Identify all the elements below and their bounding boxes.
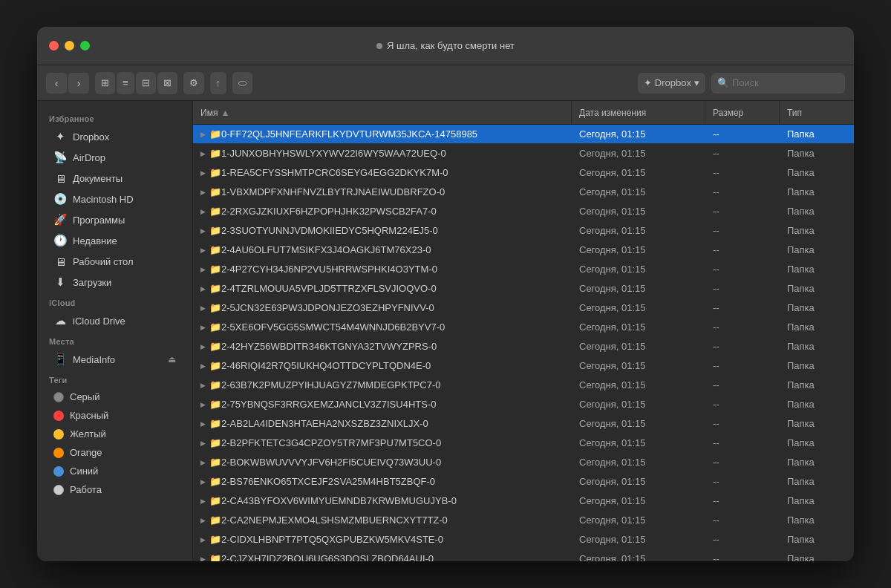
file-row[interactable]: ▶ 📁 2-BOKWBWUVVVYJFV6H2FI5CUEIVQ73W3UU-0… [193,453,854,472]
file-name: 2-4P27CYH34J6NP2VU5HRRWSPHKI4O3YTM-0 [221,264,437,275]
sidebar-item-macintosh[interactable]: 💿 Macintosh HD [42,189,188,209]
file-size: -- [713,457,719,468]
file-type: Папка [787,437,815,448]
file-row[interactable]: ▶ 📁 2-42HYZ56WBDITR346KTGNYA32TVWYZPRS-0… [193,337,854,356]
file-date: Сегодня, 01:15 [579,457,646,468]
fullscreen-button[interactable] [80,41,90,50]
col-header-name[interactable]: Имя ▲ [193,101,572,124]
view-gallery-button[interactable]: ⊠ [157,72,177,94]
file-row[interactable]: ▶ 📁 2-CJZXH7IDZ2BOU6UG6S3DQSLZBQD64AUI-0… [193,549,854,561]
share-button[interactable]: ↑ [210,72,227,94]
dropbox-toolbar-button[interactable]: ✦ Dropbox ▾ [638,73,705,94]
finder-window: Я шла, как будто смерти нет ‹ › ⊞ ≡ ⊟ ⊠ … [37,27,854,561]
sidebar-item-airdrop[interactable]: 📡 AirDrop [42,147,188,168]
tags-section-title: Теги [37,370,192,388]
file-row[interactable]: ▶ 📁 2-CIDXLHBNPT7PTQ5QXGPUBZKW5MKV4STE-0… [193,530,854,549]
view-columns-button[interactable]: ⊟ [136,72,156,94]
file-type: Папка [787,418,815,429]
file-row[interactable]: ▶ 📁 2-5XE6OFV5GG5SMWCT54M4WNNJD6B2BYV7-0… [193,318,854,337]
tag-blue-label: Синий [70,466,98,477]
expand-arrow-icon: ▶ [200,131,208,138]
action-button[interactable]: ⚙ [183,72,204,94]
expand-arrow-icon: ▶ [200,189,208,196]
nav-buttons: ‹ › [46,73,89,94]
eject-icon[interactable]: ⏏ [168,354,176,365]
file-row[interactable]: ▶ 📁 2-CA2NEPMJEXMO4LSHSMZMBUERNCXYT7TZ-0… [193,511,854,530]
file-type: Папка [787,244,815,255]
file-type: Папка [787,341,815,352]
places-section-title: Места [37,331,192,349]
file-name: 2-5XE6OFV5GG5SMWCT54M4WNNJD6B2BYV7-0 [221,321,445,333]
sidebar-item-icloud-drive[interactable]: ☁ iCloud Drive [42,310,188,331]
search-wrap: 🔍 [711,73,845,94]
title-dot-icon [376,43,382,49]
sidebar-item-tag-gray[interactable]: Серый [42,388,188,406]
col-header-size[interactable]: Размер [705,101,780,124]
file-row[interactable]: ▶ 📁 2-3SUOTYUNNJVDMOKIIEDYC5HQRM224EJ5-0… [193,221,854,241]
minimize-button[interactable] [65,41,74,50]
sidebar-item-recents[interactable]: 🕐 Недавние [42,230,188,251]
view-icon-button[interactable]: ⊞ [95,72,115,94]
sidebar-item-tag-orange[interactable]: Orange [42,443,188,462]
dropbox-icon: ✦ [53,130,67,143]
sidebar-item-downloads-label: Загрузки [73,277,111,288]
file-date: Сегодня, 01:15 [579,379,646,391]
sidebar-item-mediainfo[interactable]: 📱 MediaInfo ⏏ [42,349,188,370]
expand-arrow-icon: ▶ [200,343,208,350]
file-row[interactable]: ▶ 📁 2-4P27CYH34J6NP2VU5HRRWSPHKI4O3YTM-0… [193,260,854,279]
sidebar-item-tag-blue[interactable]: Синий [42,462,188,480]
sidebar-item-tag-yellow[interactable]: Желтый [42,425,188,443]
traffic-lights [37,41,90,50]
file-row[interactable]: ▶ 📁 2-75YBNQSF3RRGXEMZJANCLV3Z7ISU4HTS-0… [193,395,854,414]
file-row[interactable]: ▶ 📁 2-4TZRLMOUUA5VPLJD5TTRZXFLSVJIOQVO-0… [193,279,854,298]
file-row[interactable]: ▶ 📁 2-BS76ENKO65TXCEJF2SVA25M4HBT5ZBQF-0… [193,472,854,491]
file-name: 2-5JCN32E63PW3JDPONJEZO3EZHPYFNIVV-0 [221,302,434,313]
forward-button[interactable]: › [68,73,89,94]
sidebar-item-apps[interactable]: 🚀 Программы [42,209,188,230]
file-type: Папка [787,321,815,333]
sidebar-item-tag-red[interactable]: Красный [42,406,188,425]
file-size: -- [713,418,719,429]
file-row[interactable]: ▶ 📁 2-5JCN32E63PW3JDPONJEZO3EZHPYFNIVV-0… [193,298,854,318]
folder-icon: 📁 [209,534,221,545]
file-row[interactable]: ▶ 📁 0-FF72QLJ5HNFEARKFLKYDVTURWM35JKCA-1… [193,125,854,144]
sidebar-item-documents[interactable]: 🖥 Документы [42,168,188,189]
sidebar-item-downloads[interactable]: ⬇ Загрузки [42,272,188,293]
sidebar-item-tag-work[interactable]: Работа [42,480,188,499]
file-type: Папка [787,206,815,217]
file-row[interactable]: ▶ 📁 2-B2PFKTETC3G4CPZOY5TR7MF3PU7MT5CO-0… [193,434,854,453]
sidebar-item-apps-label: Программы [73,215,125,226]
tag-button[interactable]: ⬭ [232,72,252,94]
folder-icon: 📁 [209,321,221,333]
search-input[interactable] [711,73,845,94]
file-date: Сегодня, 01:15 [579,553,646,561]
sidebar-item-airdrop-label: AirDrop [73,152,105,163]
folder-icon: 📁 [209,476,221,487]
file-row[interactable]: ▶ 📁 1-REA5CFYSSHMTPCRC6SEYG4EGG2DKYK7M-0… [193,163,854,183]
folder-icon: 📁 [209,283,221,294]
view-list-button[interactable]: ≡ [117,72,134,94]
folder-icon: 📁 [209,244,221,255]
col-header-type[interactable]: Тип [780,101,854,124]
expand-arrow-icon: ▶ [200,150,208,157]
back-button[interactable]: ‹ [46,73,67,94]
sidebar-item-dropbox[interactable]: ✦ Dropbox [42,126,188,147]
close-button[interactable] [49,41,59,50]
file-type: Папка [787,283,815,294]
file-size: -- [713,321,719,333]
tag-work-dot [53,485,64,495]
file-row[interactable]: ▶ 📁 2-4AU6OLFUT7MSIKFX3J4OAGKJ6TM76X23-0… [193,241,854,260]
file-row[interactable]: ▶ 📁 2-CA43BYFOXV6WIMYUEMNDB7KRWBMUGUJYB-… [193,491,854,511]
file-row[interactable]: ▶ 📁 1-VBXMDPFXNHFNVZLBYTRJNAEIWUDBRFZO-0… [193,183,854,202]
folder-icon: 📁 [209,186,221,197]
file-row[interactable]: ▶ 📁 2-2RXGJZKIUXF6HZPOPHJHK32PWSCB2FA7-0… [193,202,854,221]
file-row[interactable]: ▶ 📁 2-63B7K2PMUZPYIHJUAGYZ7MMDEGPKTPC7-0… [193,376,854,395]
expand-arrow-icon: ▶ [200,517,208,524]
file-row[interactable]: ▶ 📁 1-JUNXOBHYHSWLYXYWV22I6WY5WAA72UEQ-0… [193,144,854,163]
file-date: Сегодня, 01:15 [579,399,646,410]
col-header-date[interactable]: Дата изменения [572,101,705,124]
titlebar: Я шла, как будто смерти нет [37,27,854,65]
sidebar-item-desktop[interactable]: 🖥 Рабочий стол [42,251,188,272]
file-row[interactable]: ▶ 📁 2-AB2LA4IDEN3HTAEHA2NXSZBZ3ZNIXLJX-0… [193,414,854,434]
file-row[interactable]: ▶ 📁 2-46RIQI42R7Q5IUKHQ4OTTDCYPLTQDN4E-0… [193,356,854,376]
